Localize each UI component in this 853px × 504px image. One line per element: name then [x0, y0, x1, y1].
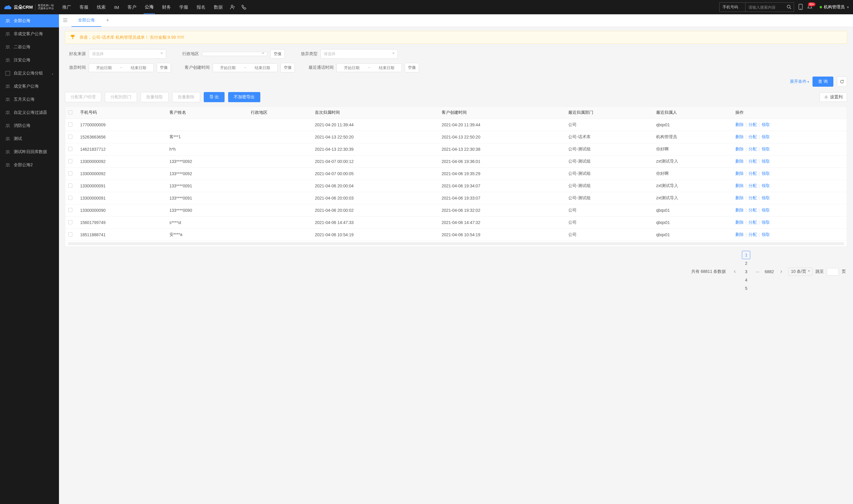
row-checkbox[interactable]	[68, 208, 72, 212]
export-plain-button[interactable]: 不加密导出	[228, 92, 260, 102]
select-all-checkbox[interactable]	[68, 110, 72, 114]
cell-phone[interactable]: 13300000092	[77, 168, 166, 180]
abandon-start-input[interactable]	[89, 64, 119, 72]
create-end-input[interactable]	[248, 64, 277, 72]
notification-icon[interactable]: 99+	[807, 4, 813, 11]
create-time-null-button[interactable]: 空值	[280, 63, 295, 72]
friend-source-select[interactable]: 请选择	[89, 49, 166, 59]
cell-phone[interactable]: 14621837712	[77, 143, 166, 156]
region-select[interactable]	[202, 52, 268, 56]
row-delete-link[interactable]: 删除	[736, 147, 744, 151]
nav-item-1[interactable]: 客服	[78, 1, 90, 14]
nav-item-5[interactable]: 公海	[144, 1, 155, 14]
mobile-icon[interactable]	[798, 4, 803, 11]
row-claim-link[interactable]: 领取	[762, 147, 770, 151]
prev-page-button[interactable]	[731, 268, 739, 276]
region-null-button[interactable]: 空值	[270, 49, 285, 59]
abandon-time-null-button[interactable]: 空值	[157, 63, 171, 72]
call-end-input[interactable]	[372, 64, 401, 72]
search-button[interactable]	[784, 3, 794, 11]
sidebar-item-10[interactable]: 测试昨日回库数据	[0, 145, 59, 159]
row-assign-link[interactable]: 分配	[748, 220, 757, 224]
batch-claim-button[interactable]: 批量领取	[141, 92, 168, 102]
page-number-5[interactable]: 5	[742, 284, 750, 292]
row-checkbox[interactable]	[68, 147, 72, 151]
row-assign-link[interactable]: 分配	[748, 232, 757, 237]
nav-item-9[interactable]: 数据	[213, 1, 224, 14]
cell-phone[interactable]: 17700000009	[77, 119, 166, 131]
nav-item-3[interactable]: IM	[113, 1, 120, 13]
row-delete-link[interactable]: 删除	[736, 195, 744, 200]
row-delete-link[interactable]: 删除	[736, 134, 744, 139]
row-checkbox[interactable]	[68, 232, 72, 236]
query-button[interactable]: 查 询	[813, 76, 833, 87]
page-size-select[interactable]: 10 条/页	[788, 268, 813, 276]
row-checkbox[interactable]	[68, 183, 72, 188]
cell-phone[interactable]: 13300000091	[77, 192, 166, 204]
row-claim-link[interactable]: 领取	[762, 220, 770, 224]
expand-filters-link[interactable]: 展开条件 ▾	[790, 79, 809, 84]
cell-phone[interactable]: 15263663656	[77, 131, 166, 143]
row-delete-link[interactable]: 删除	[736, 183, 744, 188]
row-claim-link[interactable]: 领取	[762, 195, 770, 200]
horizontal-scrollbar[interactable]	[68, 242, 845, 245]
row-assign-link[interactable]: 分配	[748, 122, 757, 127]
sidebar-item-8[interactable]: 消防公海	[0, 119, 59, 132]
cell-phone[interactable]: 15601799749	[77, 217, 166, 229]
phone-icon[interactable]	[241, 4, 247, 10]
cell-phone[interactable]: 18511888741	[77, 229, 166, 241]
create-start-input[interactable]	[213, 64, 243, 72]
tab-list-icon[interactable]	[59, 18, 72, 23]
column-settings-button[interactable]: 设置列	[820, 92, 847, 102]
sidebar-item-0[interactable]: 全部公海	[0, 14, 59, 28]
row-checkbox[interactable]	[68, 159, 72, 163]
cell-phone[interactable]: 13300000092	[77, 156, 166, 168]
abandon-type-select[interactable]: 请选择	[321, 49, 398, 59]
nav-item-8[interactable]: 报名	[195, 1, 207, 14]
row-delete-link[interactable]: 删除	[736, 208, 744, 212]
export-button[interactable]: 导 出	[204, 92, 224, 102]
create-time-range[interactable]: ~	[213, 64, 277, 72]
row-claim-link[interactable]: 领取	[762, 171, 770, 176]
row-claim-link[interactable]: 领取	[762, 232, 770, 237]
row-assign-link[interactable]: 分配	[748, 195, 757, 200]
sidebar-item-4[interactable]: 自定义公海分组⌄	[0, 67, 59, 80]
nav-item-4[interactable]: 客户	[126, 1, 138, 14]
call-time-null-button[interactable]: 空值	[405, 63, 419, 72]
row-checkbox[interactable]	[68, 220, 72, 224]
row-checkbox[interactable]	[68, 134, 72, 139]
nav-item-7[interactable]: 学服	[178, 1, 189, 14]
row-delete-link[interactable]: 删除	[736, 171, 744, 176]
row-claim-link[interactable]: 领取	[762, 134, 770, 139]
sidebar-item-1[interactable]: 非成交客户公海	[0, 28, 59, 40]
page-ellipsis[interactable]: ···	[753, 268, 762, 276]
row-assign-link[interactable]: 分配	[748, 159, 757, 164]
last-page-button[interactable]: 6882	[765, 268, 774, 276]
logo[interactable]: 云朵CRM 教育机构一站式服务云平台	[4, 4, 54, 10]
row-assign-link[interactable]: 分配	[748, 147, 757, 151]
row-delete-link[interactable]: 删除	[736, 232, 744, 237]
cell-phone[interactable]: 13300000091	[77, 180, 166, 192]
refresh-button[interactable]	[837, 76, 847, 87]
sidebar-item-3[interactable]: 注安公海	[0, 54, 59, 67]
assign-dept-button[interactable]: 分配到部门	[105, 92, 137, 102]
sidebar-item-7[interactable]: 自定义公海过滤器	[0, 106, 59, 119]
row-assign-link[interactable]: 分配	[748, 183, 757, 188]
jump-page-input[interactable]	[827, 268, 839, 275]
abandon-end-input[interactable]	[124, 64, 153, 72]
row-claim-link[interactable]: 领取	[762, 159, 770, 164]
sidebar-item-2[interactable]: 二咨公海	[0, 40, 59, 54]
user-menu[interactable]: 机构管理员 ▼	[820, 4, 849, 10]
row-checkbox[interactable]	[68, 122, 72, 127]
page-number-1[interactable]: 1	[742, 251, 750, 259]
sidebar-item-9[interactable]: 测试	[0, 132, 59, 145]
abandon-time-range[interactable]: ~	[89, 64, 154, 72]
next-page-button[interactable]	[777, 268, 785, 276]
user-add-icon[interactable]	[230, 4, 235, 10]
cell-phone[interactable]: 13300000090	[77, 204, 166, 217]
search-type-select[interactable]: 手机号码	[720, 3, 745, 12]
search-input[interactable]	[745, 3, 784, 11]
tab-all-public[interactable]: 全部公海	[72, 14, 101, 27]
sidebar-item-11[interactable]: 全部公海2	[0, 159, 59, 172]
row-claim-link[interactable]: 领取	[762, 183, 770, 188]
